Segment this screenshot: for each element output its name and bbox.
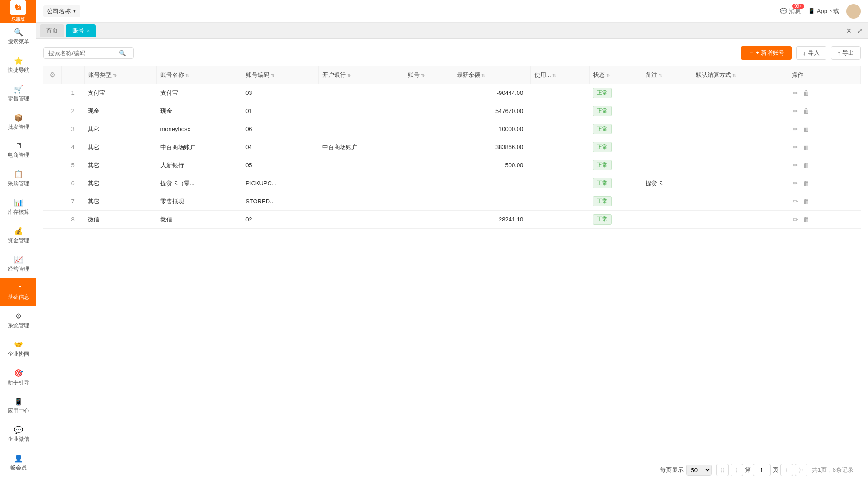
row-num-cell: 6 <box>61 174 84 192</box>
col-code[interactable]: 账号编码⇅ <box>242 66 319 84</box>
member-icon: 👤 <box>14 454 23 463</box>
row-bank-cell <box>319 102 404 120</box>
add-account-button[interactable]: ＋ + 新增账号 <box>741 46 792 60</box>
app-logo: 畅 乐惠版 <box>0 0 36 23</box>
sidebar-item-enterprise-wechat[interactable]: 💬 企业微信 <box>0 420 36 449</box>
col-gear[interactable]: ⚙ <box>43 66 61 84</box>
row-code-cell: PICKUPC... <box>242 174 319 192</box>
delete-button[interactable]: 🗑 <box>802 215 811 224</box>
sidebar-item-search-menu[interactable]: 🔍 搜索菜单 <box>0 23 36 51</box>
first-page-button[interactable]: ⟨⟨ <box>716 464 729 476</box>
col-default-settlement[interactable]: 默认结算方式⇅ <box>692 66 788 84</box>
sidebar-item-label: 畅会员 <box>10 464 27 472</box>
tab-account[interactable]: 账号 × <box>66 24 96 37</box>
tab-close-all-button[interactable]: ✕ <box>844 25 854 36</box>
enterprise-protocol-icon: 🤝 <box>14 340 23 349</box>
search-input[interactable] <box>48 50 116 56</box>
sidebar-item-operation[interactable]: 📈 经营管理 <box>0 250 36 278</box>
row-type-cell: 微信 <box>84 211 157 229</box>
tab-close-button[interactable]: × <box>87 28 90 33</box>
col-bank[interactable]: 开户银行⇅ <box>319 66 404 84</box>
sidebar-item-label: 批发管理 <box>8 123 29 131</box>
delete-button[interactable]: 🗑 <box>802 197 811 206</box>
last-page-button[interactable]: ⟩⟩ <box>795 464 807 476</box>
col-balance[interactable]: 最新余额⇅ <box>453 66 530 84</box>
delete-button[interactable]: 🗑 <box>802 178 811 188</box>
top-header: 公司名称 ▼ 💬 消息 99+ 📱 App下载 <box>36 0 868 23</box>
row-type-cell: 其它 <box>84 174 157 192</box>
row-remark-cell: 提货卡 <box>642 174 692 192</box>
row-num-cell: 2 <box>61 102 84 120</box>
row-status-cell: 正常 <box>589 211 642 229</box>
sidebar-item-wholesale[interactable]: 📦 批发管理 <box>0 108 36 136</box>
next-page-button[interactable]: ⟩ <box>780 464 793 476</box>
app-download-button[interactable]: 📱 App下载 <box>808 7 839 15</box>
sidebar-item-enterprise-protocol[interactable]: 🤝 企业协同 <box>0 335 36 363</box>
col-account[interactable]: 账号⇅ <box>404 66 453 84</box>
row-usage-cell <box>530 138 589 156</box>
prev-page-button[interactable]: ⟨ <box>731 464 743 476</box>
sidebar-item-retail[interactable]: 🛒 零售管理 <box>0 80 36 108</box>
sidebar-item-system[interactable]: ⚙ 系统管理 <box>0 306 36 335</box>
col-usage[interactable]: 使用...⇅ <box>530 66 589 84</box>
sidebar: 畅 乐惠版 🔍 搜索菜单 ⭐ 快捷导航 🛒 零售管理 📦 批发管理 🖥 电商管理… <box>0 0 36 488</box>
tab-home[interactable]: 首页 <box>40 24 64 37</box>
per-page-select[interactable]: 50 100 200 <box>686 465 712 476</box>
row-code-cell: STORED... <box>242 192 319 211</box>
home-tab-label: 首页 <box>46 27 58 35</box>
quick-nav-icon: ⭐ <box>14 56 23 65</box>
row-name-cell: 大新银行 <box>157 156 242 174</box>
sidebar-item-new-guide[interactable]: 🎯 新手引导 <box>0 363 36 392</box>
sidebar-item-member[interactable]: 👤 畅会员 <box>0 449 36 477</box>
wholesale-icon: 📦 <box>14 113 23 122</box>
row-account-cell <box>404 156 453 174</box>
delete-button[interactable]: 🗑 <box>802 88 811 98</box>
row-gear-cell <box>43 138 61 156</box>
sort-icon: ⇅ <box>113 73 117 78</box>
page-number-input[interactable] <box>753 464 771 476</box>
col-status[interactable]: 状态⇅ <box>589 66 642 84</box>
col-name[interactable]: 账号名称⇅ <box>157 66 242 84</box>
delete-button[interactable]: 🗑 <box>802 106 811 116</box>
sidebar-item-quick-nav[interactable]: ⭐ 快捷导航 <box>0 51 36 80</box>
system-icon: ⚙ <box>15 312 22 320</box>
edit-button[interactable]: ✏ <box>792 142 799 152</box>
row-default-settlement-cell <box>692 138 788 156</box>
company-selector[interactable]: 公司名称 ▼ <box>43 5 80 17</box>
edit-button[interactable]: ✏ <box>792 106 799 116</box>
data-table: ⚙ 账号类型⇅ 账号名称⇅ 账号编码⇅ 开户银行⇅ 账号⇅ 最新余额⇅ 使用..… <box>43 66 861 459</box>
sidebar-item-label: 库存核算 <box>8 208 29 216</box>
search-icon[interactable]: 🔍 <box>119 50 126 56</box>
sidebar-item-ecommerce[interactable]: 🖥 电商管理 <box>0 136 36 164</box>
header-right: 💬 消息 99+ 📱 App下载 <box>780 4 861 19</box>
import-button[interactable]: ↓ 导入 <box>796 46 826 60</box>
edit-button[interactable]: ✏ <box>792 88 799 98</box>
edit-button[interactable]: ✏ <box>792 160 799 170</box>
row-account-cell <box>404 120 453 138</box>
col-type[interactable]: 账号类型⇅ <box>84 66 157 84</box>
search-box[interactable]: 🔍 <box>43 47 134 59</box>
sidebar-item-purchase[interactable]: 📋 采购管理 <box>0 164 36 193</box>
edit-button[interactable]: ✏ <box>792 215 799 225</box>
column-settings-button[interactable]: ⚙ <box>49 70 56 79</box>
edit-button[interactable]: ✏ <box>792 178 799 188</box>
delete-button[interactable]: 🗑 <box>802 160 811 170</box>
message-button[interactable]: 💬 消息 99+ <box>780 7 801 15</box>
delete-button[interactable]: 🗑 <box>802 124 811 134</box>
col-remark[interactable]: 备注⇅ <box>642 66 692 84</box>
sidebar-item-inventory[interactable]: 📊 库存核算 <box>0 193 36 221</box>
tab-fullscreen-button[interactable]: ⤢ <box>855 25 864 36</box>
edit-button[interactable]: ✏ <box>792 124 799 134</box>
export-button[interactable]: ↑ 导出 <box>831 46 861 60</box>
sidebar-item-finance[interactable]: 💰 资金管理 <box>0 221 36 250</box>
company-name: 公司名称 <box>47 7 71 15</box>
row-num-cell: 5 <box>61 156 84 174</box>
user-avatar[interactable] <box>846 4 861 19</box>
sidebar-item-app-center[interactable]: 📱 应用中心 <box>0 392 36 420</box>
sidebar-item-basic-info[interactable]: 🗂 基础信息 <box>0 278 36 306</box>
edit-button[interactable]: ✏ <box>792 197 799 206</box>
table-row: 2 现金 现金 01 547670.00 正常 ✏ 🗑 <box>43 102 861 120</box>
account-tab-label: 账号 <box>72 27 84 35</box>
delete-button[interactable]: 🗑 <box>802 142 811 152</box>
per-page-selector[interactable]: 每页显示 50 100 200 <box>660 465 712 476</box>
